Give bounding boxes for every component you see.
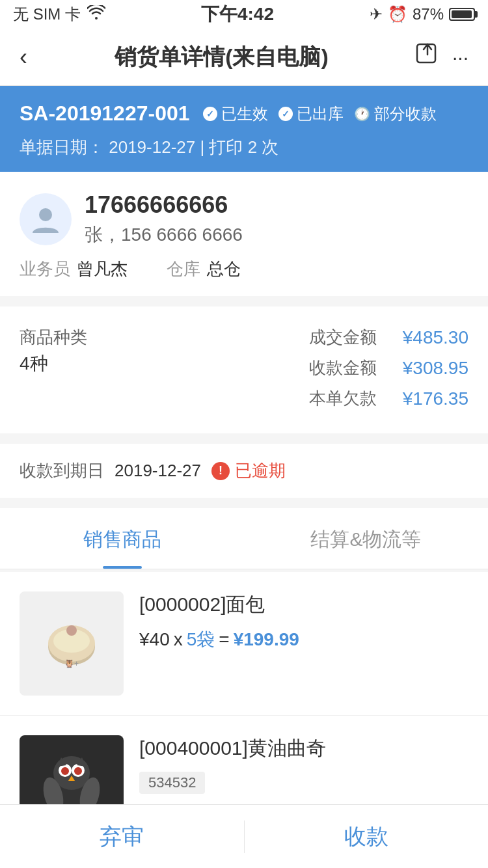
abandon-button[interactable]: 弃审: [0, 805, 244, 868]
overdue-badge: ! 已逾期: [211, 459, 286, 482]
order-banner: SA-20191227-001 ✓ 已生效 ✓ 已出库 🕐 部分收款 单据日期：…: [0, 86, 488, 172]
bread-image-placeholder: 🦉+: [20, 591, 124, 696]
status-effective-label: 已生效: [221, 103, 268, 124]
status-left: 无 SIM 卡: [13, 4, 105, 25]
transaction-label: 成交金额: [309, 326, 377, 349]
order-date: 2019-12-27: [109, 137, 195, 157]
summary-section: 商品种类 4种 成交金额 ¥485.30 收款金额 ¥308.95 本单欠款 ¥…: [0, 306, 488, 433]
status-shipped-label: 已出库: [297, 103, 344, 124]
svg-point-11: [61, 767, 69, 775]
back-button[interactable]: ‹: [20, 44, 27, 71]
bottom-bar: 弃审 收款: [0, 804, 488, 868]
overdue-icon: !: [211, 462, 230, 480]
debt-row: 本单欠款 ¥176.35: [309, 387, 468, 410]
due-label: 收款到期日: [20, 459, 104, 482]
due-date-value: 2019-12-27: [115, 461, 201, 481]
bread-price: ¥40: [139, 629, 170, 650]
collected-row: 收款金额 ¥308.95: [309, 357, 468, 379]
nav-bar: ‹ 销货单详情(来自电脑) ···: [0, 29, 488, 86]
warehouse-meta: 仓库 总仓: [167, 258, 241, 280]
share-icon[interactable]: [416, 43, 439, 71]
transaction-value: ¥485.30: [403, 327, 468, 348]
check-icon-2: ✓: [278, 107, 293, 121]
alarm-icon: ⏰: [388, 5, 407, 23]
bread-equals: =: [219, 629, 229, 650]
staff-meta: 业务员 曾凡杰: [20, 258, 128, 280]
collect-button[interactable]: 收款: [245, 805, 489, 868]
order-date-row: 单据日期： 2019-12-27 | 打印 2 次: [20, 136, 468, 159]
customer-name-phone: 张，156 6666 6666: [85, 223, 243, 247]
check-icon-1: ✓: [203, 107, 217, 121]
carrier-text: 无 SIM 卡: [13, 4, 81, 25]
product-item-bread: 🦉+ [0000002]面包 ¥40 x 5袋 = ¥199.99: [0, 572, 488, 716]
product-img-bread: 🦉+: [20, 591, 124, 696]
order-id: SA-20191227-001: [20, 102, 190, 126]
print-info: | 打印 2 次: [200, 137, 278, 157]
product-price-bread: ¥40 x 5袋 = ¥199.99: [139, 627, 468, 652]
nav-right-icons: ···: [416, 43, 468, 71]
tabs-row: 销售商品 结算&物流等: [0, 508, 488, 569]
debt-label: 本单欠款: [309, 387, 377, 410]
customer-section: 17666666666 张，156 6666 6666 业务员 曾凡杰 仓库 总…: [0, 172, 488, 296]
product-tag-cookie: 534532: [139, 772, 205, 794]
status-bar: 无 SIM 卡 下午4:42 ✈ ⏰ 87%: [0, 0, 488, 29]
tab-sales-products[interactable]: 销售商品: [0, 508, 244, 569]
order-id-row: SA-20191227-001 ✓ 已生效 ✓ 已出库 🕐 部分收款: [20, 102, 468, 126]
svg-text:🦉+: 🦉+: [64, 658, 79, 668]
svg-point-1: [39, 208, 52, 221]
bread-multiply: x: [174, 629, 183, 650]
status-partial-label: 部分收款: [374, 103, 437, 124]
date-label: 单据日期：: [20, 137, 104, 157]
collected-label: 收款金额: [309, 357, 377, 379]
clock-icon: 🕐: [354, 106, 370, 122]
customer-details: 17666666666 张，156 6666 6666: [85, 191, 243, 247]
product-type-label: 商品种类: [20, 326, 87, 349]
summary-right: 成交金额 ¥485.30 收款金额 ¥308.95 本单欠款 ¥176.35: [309, 326, 468, 418]
battery-percent: 87%: [413, 5, 444, 23]
status-tags: ✓ 已生效 ✓ 已出库 🕐 部分收款: [203, 103, 437, 124]
warehouse-label: 仓库: [167, 258, 200, 280]
customer-avatar: [20, 193, 72, 245]
page-title: 销货单详情(来自电脑): [115, 42, 329, 72]
debt-value: ¥176.35: [403, 388, 468, 409]
transaction-row: 成交金额 ¥485.30: [309, 326, 468, 349]
staff-label: 业务员: [20, 258, 70, 280]
customer-meta: 业务员 曾凡杰 仓库 总仓: [20, 258, 468, 280]
svg-point-5: [66, 625, 77, 636]
summary-left: 商品种类 4种: [20, 326, 87, 376]
wifi-icon: [87, 5, 105, 23]
battery-icon: [449, 8, 475, 21]
time-display: 下午4:42: [201, 2, 274, 27]
product-name-cookie: [000400001]黄油曲奇: [139, 735, 468, 762]
status-shipped: ✓ 已出库: [278, 103, 344, 124]
warehouse-name: 总仓: [207, 258, 241, 280]
more-icon[interactable]: ···: [452, 46, 468, 68]
status-effective: ✓ 已生效: [203, 103, 268, 124]
due-date-section: 收款到期日 2019-12-27 ! 已逾期: [0, 444, 488, 498]
product-name-bread: [0000002]面包: [139, 591, 468, 618]
tab-settlement[interactable]: 结算&物流等: [244, 508, 488, 569]
bread-qty: 5袋: [187, 627, 215, 652]
customer-phone-display: 17666666666: [85, 191, 243, 219]
product-type-value: 4种: [20, 351, 87, 376]
product-info-bread: [0000002]面包 ¥40 x 5袋 = ¥199.99: [139, 591, 468, 652]
collected-value: ¥308.95: [403, 358, 468, 379]
bread-total: ¥199.99: [234, 629, 299, 650]
svg-point-12: [74, 767, 82, 775]
overdue-text: 已逾期: [235, 459, 286, 482]
status-partial: 🕐 部分收款: [354, 103, 437, 124]
tabs-section: 销售商品 结算&物流等: [0, 508, 488, 569]
staff-name: 曾凡杰: [77, 258, 128, 280]
customer-top: 17666666666 张，156 6666 6666: [20, 191, 468, 247]
location-icon: ✈: [370, 5, 383, 23]
status-right: ✈ ⏰ 87%: [370, 5, 475, 23]
